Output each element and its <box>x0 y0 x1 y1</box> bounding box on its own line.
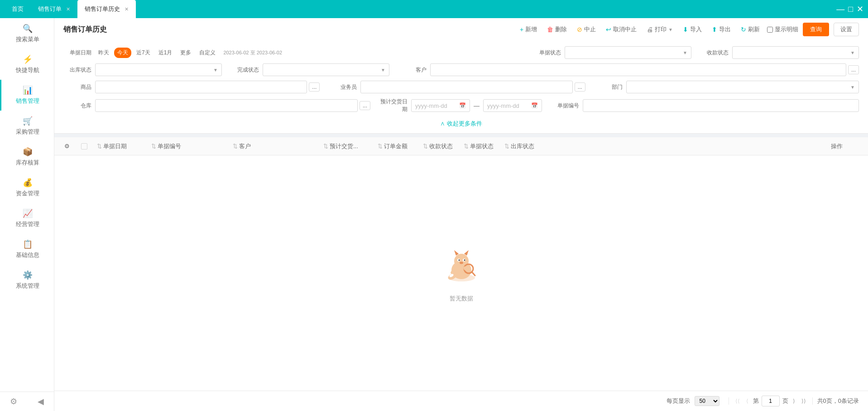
doc-number-label: 单据编号 <box>551 102 583 110</box>
warehouse-input[interactable] <box>95 99 358 112</box>
page-prev-button[interactable]: ⟨ <box>744 397 750 405</box>
date-btn-1month[interactable]: 近1月 <box>155 48 176 58</box>
department-select[interactable]: ▼ <box>626 81 859 93</box>
sidebar-item-purchase-mgmt[interactable]: 🛒 采购管理 <box>0 111 54 141</box>
sidebar-item-inventory[interactable]: 📦 库存核算 <box>0 141 54 172</box>
stop-label: 中止 <box>584 25 596 34</box>
calendar-end-icon[interactable]: 📅 <box>531 102 538 109</box>
department-label: 部门 <box>595 83 626 91</box>
page-input[interactable] <box>762 396 780 406</box>
settings-button[interactable]: 设置 <box>834 23 859 36</box>
table-col-doc-status[interactable]: ⇅ 单据状态 <box>460 142 501 150</box>
main-layout: 🔍 搜索菜单 ⚡ 快捷导航 📊 销售管理 🛒 采购管理 📦 库存核算 💰 资金管… <box>0 18 868 411</box>
sidebar-item-search-menu[interactable]: 🔍 搜索菜单 <box>0 18 54 49</box>
tab-sales-order-history[interactable]: 销售订单历史 ✕ <box>77 0 136 18</box>
collapse-row[interactable]: ∧ 收起更多条件 <box>63 118 859 128</box>
date-btn-7days[interactable]: 近7天 <box>133 48 153 58</box>
sidebar-item-quick-nav[interactable]: ⚡ 快捷导航 <box>0 49 54 80</box>
table-col-number[interactable]: ⇅ 单据编号 <box>148 142 229 150</box>
customer-ellipsis-button[interactable]: ... <box>848 65 859 74</box>
page-next-button[interactable]: ⟩ <box>791 397 797 405</box>
search-menu-icon: 🔍 <box>23 24 33 34</box>
complete-status-select[interactable]: ▼ <box>263 63 389 76</box>
export-button[interactable]: ⬆ 导出 <box>709 24 734 35</box>
tab-home-label: 首页 <box>12 5 24 13</box>
cancel-stop-button[interactable]: ↩ 取消中止 <box>603 24 639 35</box>
table-select-all-checkbox[interactable] <box>81 143 87 150</box>
doc-number-input[interactable] <box>583 99 859 112</box>
page-last-button[interactable]: ⟩⟩ <box>800 397 808 405</box>
calendar-start-icon[interactable]: 📅 <box>459 102 466 109</box>
delivery-date-end[interactable]: yyyy-mm-dd 📅 <box>483 99 542 112</box>
date-shortcuts: 昨天 今天 近7天 近1月 更多 自定义 <box>95 48 219 58</box>
delete-button[interactable]: 🗑 删除 <box>544 24 570 35</box>
add-button[interactable]: + 新增 <box>517 24 540 35</box>
goods-ellipsis-button[interactable]: ... <box>309 82 320 92</box>
salesperson-ellipsis-button[interactable]: ... <box>575 82 585 92</box>
table-col-out-status[interactable]: ⇅ 出库状态 <box>501 142 542 150</box>
display-toggle-checkbox[interactable] <box>767 27 773 33</box>
total-text: 共0页，0条记录 <box>817 397 859 405</box>
department-arrow-icon: ▼ <box>850 85 855 90</box>
customer-input[interactable] <box>430 63 846 76</box>
doc-status-select[interactable]: ▼ <box>565 46 691 59</box>
stop-button[interactable]: ⊘ 中止 <box>574 24 599 35</box>
tab-home[interactable]: 首页 <box>5 0 31 18</box>
table-checkbox-col[interactable] <box>75 143 93 150</box>
complete-status-label: 完成状态 <box>231 66 263 74</box>
sidebar-item-sales-mgmt-label: 销售管理 <box>16 97 39 105</box>
salesperson-input[interactable] <box>360 81 572 93</box>
query-button[interactable]: 查询 <box>803 23 829 36</box>
col-sort-icon: ⇅ <box>97 143 102 150</box>
filter-area: 单据日期 昨天 今天 近7天 近1月 更多 自定义 2023-06-02 至 2… <box>54 41 868 134</box>
empty-state-illustration <box>439 244 484 289</box>
display-toggle[interactable]: 显示明细 <box>767 25 798 34</box>
table-col-action: 操作 <box>827 142 863 150</box>
sidebar-item-funds-mgmt[interactable]: 💰 资金管理 <box>0 172 54 203</box>
sidebar-item-ops-mgmt[interactable]: 📈 经营管理 <box>0 203 54 234</box>
sidebar-item-sys-mgmt[interactable]: ⚙️ 系统管理 <box>0 265 54 295</box>
close-icon[interactable]: ✕ <box>857 4 863 14</box>
settings-bottom-icon[interactable]: ⚙ <box>10 396 17 406</box>
date-separator: — <box>474 102 480 109</box>
delete-label: 删除 <box>555 25 567 34</box>
date-btn-custom[interactable]: 自定义 <box>196 48 219 58</box>
payment-status-select[interactable]: ▼ <box>732 46 859 59</box>
table-col-customer[interactable]: ⇅ 客户 <box>229 142 320 150</box>
table-col-amount[interactable]: ⇅ 订单金额 <box>374 142 419 150</box>
table-col-date[interactable]: ⇅ 单据日期 <box>93 142 148 150</box>
basic-info-icon: 📋 <box>23 239 33 249</box>
date-range-text: 2023-06-02 至 2023-06-02 <box>223 49 282 56</box>
salesperson-label: 业务员 <box>329 83 360 91</box>
empty-state: 暂无数据 <box>54 155 868 391</box>
sidebar-item-basic-info[interactable]: 📋 基础信息 <box>0 234 54 265</box>
svg-line-11 <box>472 272 475 276</box>
print-label: 打印 <box>655 25 667 34</box>
date-btn-more[interactable]: 更多 <box>177 48 194 58</box>
date-btn-today[interactable]: 今天 <box>114 48 131 58</box>
tab-sales-order-history-close[interactable]: ✕ <box>125 6 129 12</box>
warehouse-ellipsis-button[interactable]: ... <box>360 101 370 110</box>
collapse-icon[interactable]: ◀ <box>38 396 44 406</box>
goods-input[interactable] <box>95 81 307 93</box>
out-status-arrow-icon: ▼ <box>213 68 218 73</box>
import-button[interactable]: ⬇ 导入 <box>680 24 705 35</box>
tab-sales-order-close[interactable]: ✕ <box>66 6 70 12</box>
maximize-icon[interactable]: □ <box>848 5 853 14</box>
table-col-delivery[interactable]: ⇅ 预计交货... <box>320 142 374 150</box>
minimize-icon[interactable]: — <box>836 5 844 14</box>
date-btn-yesterday[interactable]: 昨天 <box>95 48 112 58</box>
page-first-button[interactable]: ⟨⟨ <box>734 397 742 405</box>
refresh-button[interactable]: ↻ 刷新 <box>738 24 762 35</box>
out-status-select[interactable]: ▼ <box>95 63 222 76</box>
table-col-payment-status[interactable]: ⇅ 收款状态 <box>419 142 460 150</box>
delivery-date-start[interactable]: yyyy-mm-dd 📅 <box>411 99 470 112</box>
print-button[interactable]: 🖨 打印 ▼ <box>644 24 676 35</box>
per-page-select[interactable]: 50 100 200 <box>695 396 719 406</box>
col-doc-sort-icon: ⇅ <box>464 143 469 150</box>
table-settings-col[interactable]: ⚙ <box>59 143 75 150</box>
footer-divider <box>729 397 729 405</box>
sidebar-item-sales-mgmt[interactable]: 📊 销售管理 <box>0 80 54 111</box>
tab-sales-order[interactable]: 销售订单 ✕ <box>31 0 77 18</box>
goods-label: 商品 <box>63 83 95 91</box>
